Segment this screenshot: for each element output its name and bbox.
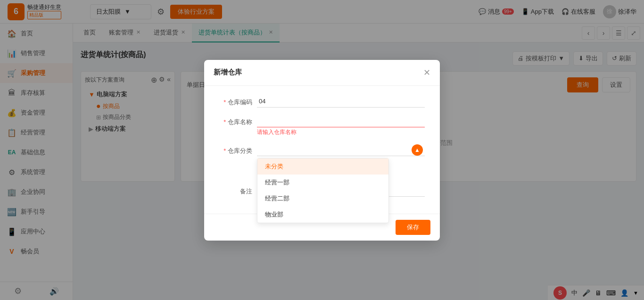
modal-title: 新增仓库 [214, 68, 242, 77]
dropdown-item-0[interactable]: 未分类 [257, 158, 388, 175]
form-row-name: * 仓库名称 请输入仓库名称 [219, 115, 425, 136]
category-label: * 仓库分类 [219, 144, 257, 155]
warehouse-category-input[interactable] [257, 144, 425, 156]
category-required-star: * [223, 147, 226, 154]
new-warehouse-modal: 新增仓库 ✕ * 仓库编码 * 仓库名称 [204, 60, 440, 241]
modal-body: * 仓库编码 * 仓库名称 请输入仓库名称 [204, 86, 440, 214]
modal-close-btn[interactable]: ✕ [423, 67, 430, 78]
notes-label: 备注 [219, 184, 257, 196]
modal-overlay: 新增仓库 ✕ * 仓库编码 * 仓库名称 [0, 0, 644, 300]
dropdown-item-2[interactable]: 经营二部 [257, 191, 388, 207]
name-required-star: * [223, 118, 226, 125]
name-label: * 仓库名称 [219, 115, 257, 126]
warehouse-name-input[interactable] [257, 115, 425, 127]
form-row-category: * 仓库分类 ▲ 未分类 经营一部 经营二部 物业部 [219, 144, 425, 156]
form-row-code: * 仓库编码 [219, 95, 425, 108]
name-error-msg: 请输入仓库名称 [257, 128, 425, 136]
dropdown-item-3[interactable]: 物业部 [257, 207, 388, 223]
modal-header: 新增仓库 ✕ [204, 60, 440, 86]
chevron-up-btn[interactable]: ▲ [412, 144, 423, 156]
code-required-star: * [223, 99, 226, 106]
save-button[interactable]: 保存 [396, 220, 430, 235]
category-dropdown: 未分类 经营一部 经营二部 物业部 [257, 158, 389, 223]
code-label: * 仓库编码 [219, 95, 257, 107]
dropdown-item-1[interactable]: 经营一部 [257, 175, 388, 191]
warehouse-code-input[interactable] [257, 95, 425, 108]
